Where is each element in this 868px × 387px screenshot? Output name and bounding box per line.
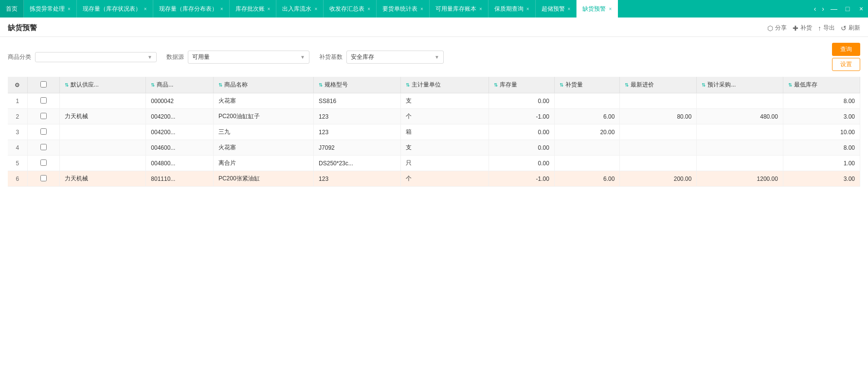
page-content: 缺货预警 ⬡ 分享 ✚ 补货 ↑ 导出 ↺ 刷新 商品分类 [0, 18, 868, 387]
tab-home[interactable]: 首页 [0, 0, 24, 18]
tab-picking-close[interactable]: × [68, 6, 71, 12]
settings-button[interactable]: 设置 [832, 58, 860, 71]
row-estimated-purchase-6: 1200.00 [697, 171, 783, 187]
tab-flow[interactable]: 出入库流水 × [276, 0, 324, 18]
query-button[interactable]: 查询 [832, 43, 860, 56]
nav-controls: ‹ › — □ × [811, 5, 868, 13]
row-latest-price-3 [620, 124, 697, 140]
tab-available-close[interactable]: × [479, 6, 482, 12]
row-name-3: 三九 [213, 124, 313, 140]
nav-close-btn[interactable]: × [854, 5, 868, 13]
tab-available[interactable]: 可用量库存账本 × [430, 0, 488, 18]
latest-price-sort-icon: ⇅ [625, 82, 629, 88]
row-code-5: 004800... [146, 156, 214, 171]
row-stock-1: 0.00 [489, 93, 555, 109]
replenish-base-select[interactable]: 安全库存 ▼ [346, 51, 444, 64]
data-source-select[interactable]: 可用量 ▼ [188, 51, 309, 64]
tab-demand-close[interactable]: × [420, 6, 423, 12]
tab-inventory-dist-close[interactable]: × [220, 6, 223, 12]
tab-picking[interactable]: 拣货异常处理 × [24, 0, 77, 18]
tab-batch-close[interactable]: × [268, 6, 271, 12]
row-select-4[interactable] [40, 144, 47, 150]
tab-expiry[interactable]: 保质期查询 × [488, 0, 536, 18]
tab-shortage[interactable]: 缺货预警 × [577, 0, 618, 18]
tab-overstock-close[interactable]: × [568, 6, 571, 12]
tab-shortage-label: 缺货预警 [582, 5, 606, 13]
tab-demand[interactable]: 要货单统计表 × [377, 0, 430, 18]
nav-prev-btn[interactable]: ‹ [811, 5, 819, 13]
row-num-2: 2 [8, 109, 27, 124]
tab-inventory-status[interactable]: 现存量（库存状况表） × [77, 0, 153, 18]
replenish-icon: ✚ [793, 24, 798, 32]
replenish-label: 补货 [800, 24, 812, 32]
row-name-5: 离合片 [213, 156, 313, 171]
th-latest-price-label: 最新进价 [631, 81, 654, 89]
row-min-stock-2: 3.00 [783, 109, 860, 124]
tab-shortage-close[interactable]: × [609, 6, 612, 12]
spec-sort-icon: ⇅ [319, 82, 323, 88]
commodity-class-filter: 商品分类 ▼ [8, 52, 157, 62]
refresh-icon: ↺ [841, 24, 847, 32]
export-button[interactable]: ↑ 导出 [818, 24, 835, 32]
row-stock-3: 0.00 [489, 124, 555, 140]
data-source-arrow: ▼ [300, 54, 305, 60]
th-name-label: 商品名称 [224, 81, 248, 89]
row-spec-6: 123 [314, 171, 401, 187]
page-title: 缺货预警 [8, 23, 37, 33]
row-min-stock-5: 1.00 [783, 156, 860, 171]
th-checkbox [27, 77, 59, 93]
row-unit-2: 个 [400, 109, 488, 124]
tab-summary-close[interactable]: × [367, 6, 370, 12]
row-select-6[interactable] [40, 175, 47, 181]
share-icon: ⬡ [767, 24, 773, 32]
nav-next-btn[interactable]: › [819, 5, 827, 13]
filter-area: 商品分类 ▼ 数据源 可用量 ▼ 补货基数 安全库存 ▼ 查询 设置 [0, 37, 868, 77]
th-estimated-purchase: ⇅ 预计采购... [697, 77, 783, 93]
column-settings-icon[interactable]: ⚙ [15, 82, 20, 88]
row-checkbox-4 [27, 140, 59, 156]
row-latest-price-2: 80.00 [620, 109, 697, 124]
row-checkbox-6 [27, 171, 59, 187]
row-code-2: 004200... [146, 109, 214, 124]
th-stock: ⇅ 库存量 [489, 77, 555, 93]
nav-minimize-btn[interactable]: — [827, 5, 841, 13]
row-unit-6: 个 [400, 171, 488, 187]
row-select-2[interactable] [40, 113, 47, 119]
tab-expiry-close[interactable]: × [526, 6, 529, 12]
select-all-checkbox[interactable] [40, 81, 47, 88]
row-min-stock-4: 8.00 [783, 140, 860, 156]
tab-flow-close[interactable]: × [314, 6, 317, 12]
tab-overstock[interactable]: 超储预警 × [536, 0, 577, 18]
table-body: 1 0000042 火花塞 SS816 支 0.00 8.00 2 力天机械 0… [8, 93, 860, 187]
replenish-base-arrow: ▼ [434, 54, 439, 60]
th-supplier-label: 默认供应... [71, 81, 99, 89]
th-replenish-label: 补货量 [565, 81, 583, 89]
row-select-5[interactable] [40, 159, 47, 166]
th-stock-label: 库存量 [500, 81, 517, 89]
row-checkbox-5 [27, 156, 59, 171]
refresh-button[interactable]: ↺ 刷新 [841, 24, 860, 32]
th-supplier: ⇅ 默认供应... [59, 77, 146, 93]
row-min-stock-3: 10.00 [783, 124, 860, 140]
tab-summary[interactable]: 收发存汇总表 × [324, 0, 377, 18]
commodity-class-select[interactable]: ▼ [35, 52, 157, 62]
th-spec: ⇅ 规格型号 [314, 77, 401, 93]
th-min-stock-label: 最低库存 [794, 81, 817, 89]
row-replenish-6: 6.00 [554, 171, 620, 187]
table-row: 1 0000042 火花塞 SS816 支 0.00 8.00 [8, 93, 860, 109]
row-select-3[interactable] [40, 128, 47, 135]
row-stock-6: -1.00 [489, 171, 555, 187]
row-select-1[interactable] [40, 97, 47, 104]
tab-batch[interactable]: 库存批次账 × [230, 0, 277, 18]
row-spec-3: 123 [314, 124, 401, 140]
replenish-button[interactable]: ✚ 补货 [793, 24, 812, 32]
tab-inventory-dist[interactable]: 现存量（库存分布表） × [153, 0, 230, 18]
tab-inventory-status-close[interactable]: × [144, 6, 147, 12]
share-button[interactable]: ⬡ 分享 [767, 24, 787, 32]
row-latest-price-1 [620, 93, 697, 109]
nav-maximize-btn[interactable]: □ [841, 5, 854, 13]
row-unit-4: 支 [400, 140, 488, 156]
export-icon: ↑ [818, 24, 821, 32]
th-unit-label: 主计量单位 [412, 81, 441, 89]
tab-expiry-label: 保质期查询 [494, 5, 524, 13]
